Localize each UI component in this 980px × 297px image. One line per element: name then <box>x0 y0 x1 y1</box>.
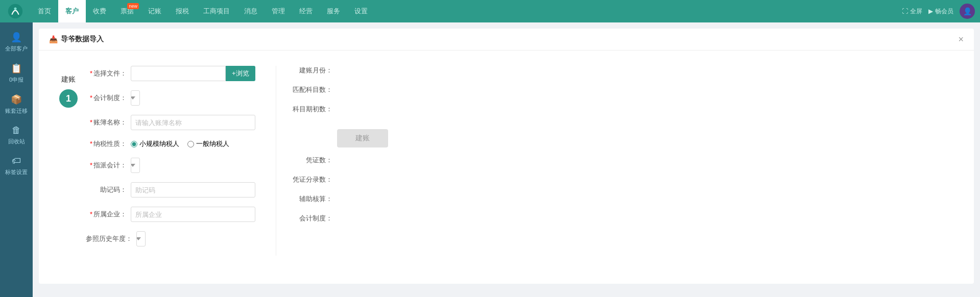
sidebar-item-account-migration[interactable]: 📦 账套迁移 <box>0 89 33 120</box>
nav-right: ⛶ 全屏 ▶ 畅会员 👤 <box>902 4 975 19</box>
vip-icon: ▶ <box>928 8 933 15</box>
subject-initial-row: 科目期初数： <box>286 105 388 114</box>
ledger-name-label: 账簿名称： <box>86 118 127 127</box>
affiliated-company-label: 所属企业： <box>86 210 127 219</box>
declaration-icon: 📋 <box>11 63 22 74</box>
assistant-code-label: 助记码： <box>86 185 127 194</box>
reference-year-select-wrapper <box>136 231 255 246</box>
nav-item-manage[interactable]: 管理 <box>265 0 292 22</box>
step-label: 建账 <box>61 75 76 84</box>
new-badge: new <box>127 3 139 9</box>
sidebar-item-tag-settings[interactable]: 🏷 标签设置 <box>0 151 33 181</box>
sidebar: 👤 全部客户 📋 0申报 📦 账套迁移 🗑 回收站 🏷 标签设置 <box>0 22 33 297</box>
nav-item-ledger[interactable]: 记账 <box>141 0 169 22</box>
fullscreen-icon: ⛶ <box>902 8 908 15</box>
form-fields: 选择文件： +浏览 会计制度： <box>86 66 255 256</box>
fullscreen-btn[interactable]: ⛶ 全屏 <box>902 7 922 16</box>
match-subjects-row: 匹配科目数： <box>286 85 388 94</box>
reference-year-row: 参照历史年度： <box>86 231 255 246</box>
all-customers-icon: 👤 <box>11 32 22 43</box>
voucher-entries-row: 凭证分录数： <box>286 175 388 184</box>
account-migration-icon: 📦 <box>11 94 22 105</box>
voucher-count-row: 凭证数： <box>286 156 388 165</box>
general-taxpayer-option[interactable]: 一般纳税人 <box>187 139 229 148</box>
build-btn-wrapper: 建账 <box>286 124 388 147</box>
nav-item-settings[interactable]: 设置 <box>347 0 375 22</box>
accounting-system-select-wrapper <box>131 90 255 106</box>
auxiliary-row: 辅助核算： <box>286 194 388 204</box>
info-accounting-system-label: 会计制度： <box>286 214 332 223</box>
vip-btn[interactable]: ▶ 畅会员 <box>928 7 953 16</box>
build-button[interactable]: 建账 <box>337 129 388 147</box>
reference-year-select[interactable] <box>136 231 146 246</box>
form-area: 建账 1 选择文件： +浏览 <box>39 51 974 271</box>
browse-button[interactable]: +浏览 <box>226 66 255 81</box>
assign-accountant-row: 指派会计： <box>86 158 255 173</box>
small-taxpayer-radio[interactable] <box>131 141 137 147</box>
nav-item-invoice[interactable]: 票据 new <box>113 0 141 22</box>
ledger-name-row: 账簿名称： <box>86 115 255 130</box>
affiliated-company-row: 所属企业： <box>86 207 255 222</box>
svg-point-0 <box>8 4 22 18</box>
main-layout: 👤 全部客户 📋 0申报 📦 账套迁移 🗑 回收站 🏷 标签设置 📥 导 <box>0 22 980 297</box>
assign-accountant-select-wrapper <box>131 158 255 173</box>
voucher-count-label: 凭证数： <box>286 156 332 165</box>
assign-accountant-select[interactable] <box>131 158 140 173</box>
nav-item-tax[interactable]: 报税 <box>169 0 196 22</box>
file-label: 选择文件： <box>86 69 127 78</box>
panel-title-icon: 📥 <box>49 35 58 43</box>
accounting-system-row: 会计制度： <box>86 90 255 106</box>
assign-accountant-label: 指派会计： <box>86 161 127 170</box>
nav-item-home[interactable]: 首页 <box>31 0 58 22</box>
nav-item-business[interactable]: 工商项目 <box>196 0 237 22</box>
main-content: 📥 导爷数据导入 × 建账 1 <box>33 22 980 297</box>
close-button[interactable]: × <box>958 35 964 44</box>
accounting-system-select[interactable] <box>131 90 140 106</box>
tax-type-row: 纳税性质： 小规模纳税人 一般纳税人 <box>86 139 255 148</box>
accounting-system-label: 会计制度： <box>86 93 127 103</box>
affiliated-company-input[interactable] <box>131 207 255 222</box>
recycle-icon: 🗑 <box>12 125 21 136</box>
file-input-group: +浏览 <box>131 66 255 81</box>
step-section: 建账 1 选择文件： +浏览 <box>59 66 255 256</box>
info-section: 建账月份： 匹配科目数： 科目期初数： 建账 <box>276 66 388 256</box>
assistant-code-input[interactable] <box>131 182 255 197</box>
tag-settings-icon: 🏷 <box>12 156 21 166</box>
step-badge: 1 <box>59 89 78 108</box>
info-accounting-system-row: 会计制度： <box>286 214 388 223</box>
panel-title: 📥 导爷数据导入 <box>49 35 104 44</box>
sidebar-item-all-customers[interactable]: 👤 全部客户 <box>0 27 33 58</box>
top-nav: 首页 客户 收费 票据 new 记账 报税 工商项目 消息 管理 经营 服务 设… <box>0 0 980 22</box>
nav-item-message[interactable]: 消息 <box>237 0 265 22</box>
nav-item-operation[interactable]: 经营 <box>292 0 320 22</box>
main-panel: 📥 导爷数据导入 × 建账 1 <box>39 29 974 284</box>
assistant-code-row: 助记码： <box>86 182 255 197</box>
match-subjects-label: 匹配科目数： <box>286 85 332 94</box>
general-taxpayer-radio[interactable] <box>187 141 194 147</box>
file-input[interactable] <box>131 66 226 81</box>
user-icon: 👤 <box>963 7 972 15</box>
nav-item-customer[interactable]: 客户 <box>58 0 86 22</box>
sidebar-item-declaration[interactable]: 📋 0申报 <box>0 58 33 89</box>
tax-type-radio-group: 小规模纳税人 一般纳税人 <box>131 139 255 148</box>
auxiliary-label: 辅助核算： <box>286 194 332 204</box>
user-avatar[interactable]: 👤 <box>960 4 975 19</box>
build-month-row: 建账月份： <box>286 66 388 75</box>
ledger-name-input[interactable] <box>131 115 255 130</box>
file-select-row: 选择文件： +浏览 <box>86 66 255 81</box>
reference-year-label: 参照历史年度： <box>86 234 132 243</box>
tax-type-label: 纳税性质： <box>86 139 127 148</box>
sidebar-item-recycle[interactable]: 🗑 回收站 <box>0 120 33 151</box>
svg-point-1 <box>14 8 17 10</box>
nav-item-service[interactable]: 服务 <box>320 0 347 22</box>
panel-header: 📥 导爷数据导入 × <box>39 29 974 51</box>
nav-item-billing[interactable]: 收费 <box>86 0 113 22</box>
subject-initial-label: 科目期初数： <box>286 105 332 114</box>
voucher-entries-label: 凭证分录数： <box>286 175 332 184</box>
build-month-label: 建账月份： <box>286 66 332 75</box>
small-taxpayer-option[interactable]: 小规模纳税人 <box>131 139 179 148</box>
app-logo <box>5 1 26 21</box>
